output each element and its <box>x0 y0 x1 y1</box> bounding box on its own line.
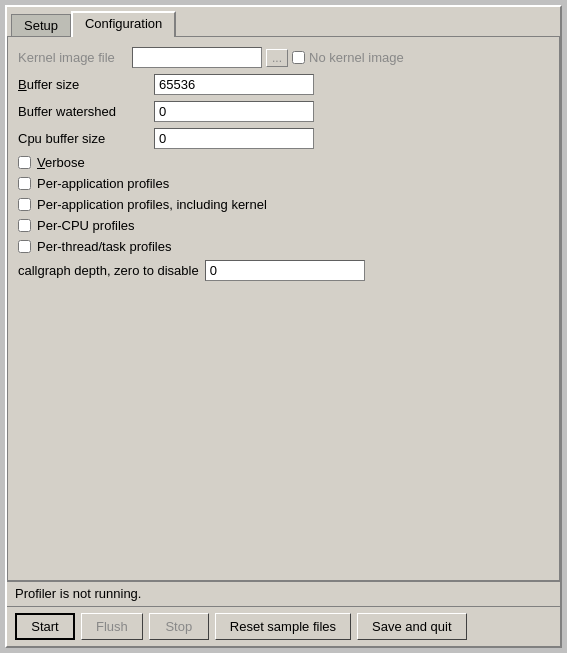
tab-bar: Setup Configuration <box>7 7 560 36</box>
per-thread-row: Per-thread/task profiles <box>18 239 549 254</box>
button-bar: Start Flush Stop Reset sample files Save… <box>7 606 560 646</box>
per-app-kernel-checkbox[interactable] <box>18 198 31 211</box>
buffer-watershed-label: Buffer watershed <box>18 104 148 119</box>
per-app-checkbox[interactable] <box>18 177 31 190</box>
per-thread-label: Per-thread/task profiles <box>37 239 171 254</box>
no-kernel-checkbox[interactable] <box>292 51 305 64</box>
browse-button[interactable]: ... <box>266 49 288 67</box>
kernel-image-label: Kernel image file <box>18 50 128 65</box>
callgraph-row: callgraph depth, zero to disable <box>18 260 549 281</box>
cpu-buffer-input[interactable] <box>154 128 314 149</box>
per-cpu-row: Per-CPU profiles <box>18 218 549 233</box>
start-button[interactable]: Start <box>15 613 75 640</box>
per-app-row: Per-application profiles <box>18 176 549 191</box>
per-app-label: Per-application profiles <box>37 176 169 191</box>
status-bar: Profiler is not running. <box>7 581 560 606</box>
cpu-buffer-label: Cpu buffer size <box>18 131 148 146</box>
status-text: Profiler is not running. <box>15 586 141 601</box>
reset-button[interactable]: Reset sample files <box>215 613 351 640</box>
verbose-checkbox[interactable] <box>18 156 31 169</box>
tab-configuration[interactable]: Configuration <box>71 11 176 37</box>
main-window: Setup Configuration Kernel image file ..… <box>5 5 562 648</box>
callgraph-label: callgraph depth, zero to disable <box>18 263 199 278</box>
per-cpu-checkbox[interactable] <box>18 219 31 232</box>
per-app-kernel-label: Per-application profiles, including kern… <box>37 197 267 212</box>
no-kernel-label: No kernel image <box>309 50 404 65</box>
tab-configuration-label: Configuration <box>85 16 162 31</box>
save-button[interactable]: Save and quit <box>357 613 467 640</box>
per-thread-checkbox[interactable] <box>18 240 31 253</box>
cpu-buffer-row: Cpu buffer size <box>18 128 549 149</box>
tab-setup-label: Setup <box>24 18 58 33</box>
verbose-label: Verbose <box>37 155 85 170</box>
verbose-row: Verbose <box>18 155 549 170</box>
buffer-size-row: Buffer size <box>18 74 549 95</box>
stop-button[interactable]: Stop <box>149 613 209 640</box>
kernel-image-row: Kernel image file ... No kernel image <box>18 47 549 68</box>
buffer-size-input[interactable] <box>154 74 314 95</box>
content-spacer <box>18 287 549 570</box>
tab-setup[interactable]: Setup <box>11 14 71 36</box>
buffer-watershed-input[interactable] <box>154 101 314 122</box>
kernel-image-input[interactable] <box>132 47 262 68</box>
content-area: Kernel image file ... No kernel image Bu… <box>7 36 560 581</box>
buffer-size-label: Buffer size <box>18 77 148 92</box>
buffer-watershed-row: Buffer watershed <box>18 101 549 122</box>
per-cpu-label: Per-CPU profiles <box>37 218 135 233</box>
per-app-kernel-row: Per-application profiles, including kern… <box>18 197 549 212</box>
flush-button[interactable]: Flush <box>81 613 143 640</box>
callgraph-input[interactable] <box>205 260 365 281</box>
